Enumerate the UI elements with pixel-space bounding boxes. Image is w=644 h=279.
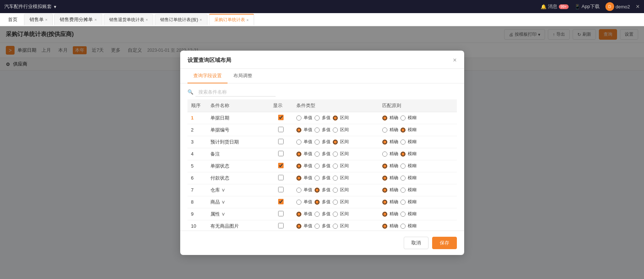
row-type: 单值多值区间 xyxy=(293,124,379,136)
type-radio-单值[interactable] xyxy=(296,164,301,169)
match-radio-模糊[interactable] xyxy=(400,212,406,217)
type-radio-多值[interactable] xyxy=(315,115,320,121)
type-radio-区间[interactable] xyxy=(333,140,338,145)
tab-close-icon[interactable]: × xyxy=(146,17,148,22)
th-display: 显示 xyxy=(269,99,293,112)
match-radio-精确[interactable] xyxy=(382,115,387,121)
modal-table: 顺序 条件名称 显示 条件类型 匹配原则 1单据日期单值多值区间精确模糊2单据编… xyxy=(180,99,464,231)
top-close-button[interactable]: × xyxy=(636,3,640,11)
type-radio-多值[interactable] xyxy=(315,176,320,181)
app-download[interactable]: 📱 App下载 xyxy=(574,3,600,10)
type-radio-单值[interactable] xyxy=(296,152,301,157)
type-radio-区间[interactable] xyxy=(333,164,338,169)
type-radio-多值[interactable] xyxy=(315,152,320,157)
type-radio-单值[interactable] xyxy=(296,200,301,205)
type-radio-单值[interactable] xyxy=(296,127,301,133)
match-radio-模糊[interactable] xyxy=(400,188,406,193)
type-radio-区间[interactable] xyxy=(333,224,338,229)
row-match: 精确模糊 xyxy=(379,196,457,208)
row-display xyxy=(269,208,293,220)
row-display xyxy=(269,112,293,124)
row-display xyxy=(269,148,293,160)
type-radio-单值[interactable] xyxy=(296,176,301,181)
type-radio-区间[interactable] xyxy=(333,127,338,133)
save-button[interactable]: 保存 xyxy=(432,237,457,249)
match-radio-精确[interactable] xyxy=(382,200,387,205)
type-radio-区间[interactable] xyxy=(333,152,338,157)
type-radio-单值[interactable] xyxy=(296,212,301,217)
tab-sales-fee[interactable]: 销售费用分摊单 × xyxy=(54,14,102,25)
tab-close-icon[interactable]: × xyxy=(45,17,47,22)
match-radio-模糊[interactable] xyxy=(400,200,406,205)
type-radio-单值[interactable] xyxy=(296,224,301,229)
search-input[interactable] xyxy=(195,88,276,97)
match-radio-模糊[interactable] xyxy=(400,176,406,181)
table-row: 1单据日期单值多值区间精确模糊 xyxy=(187,112,457,124)
row-type: 单值多值区间 xyxy=(293,196,379,208)
type-radio-区间[interactable] xyxy=(333,115,338,121)
row-match: 精确模糊 xyxy=(379,136,457,148)
type-radio-区间[interactable] xyxy=(333,200,338,205)
user-avatar[interactable]: D demo2 xyxy=(605,2,630,11)
top-bar: 汽车配件行业模拟账套 ▾ 🔔 消息 99+ 📱 App下载 D demo2 × xyxy=(0,0,644,13)
match-radio-模糊[interactable] xyxy=(400,127,406,133)
type-radio-单值[interactable] xyxy=(296,188,301,193)
tab-sales-return[interactable]: 销售退货单统计表 × xyxy=(104,14,153,25)
match-radio-模糊[interactable] xyxy=(400,164,406,169)
type-radio-多值[interactable] xyxy=(315,127,320,133)
type-radio-区间[interactable] xyxy=(333,188,338,193)
cancel-button[interactable]: 取消 xyxy=(404,237,428,249)
type-radio-多值[interactable] xyxy=(315,224,320,229)
tab-close-icon[interactable]: × xyxy=(246,18,249,22)
type-radio-区间[interactable] xyxy=(333,176,338,181)
row-name: 付款状态 xyxy=(207,172,269,184)
match-radio-精确[interactable] xyxy=(382,164,387,169)
notification-icon[interactable]: 🔔 消息 99+ xyxy=(541,3,569,10)
row-match: 精确模糊 xyxy=(379,208,457,220)
display-checkbox[interactable] xyxy=(278,139,284,144)
match-radio-模糊[interactable] xyxy=(400,115,406,121)
tab-purchase-stats[interactable]: 采购订单统计表 × xyxy=(209,14,254,25)
display-checkbox[interactable] xyxy=(278,187,284,192)
type-radio-多值[interactable] xyxy=(315,200,320,205)
match-radio-模糊[interactable] xyxy=(400,152,406,157)
display-checkbox[interactable] xyxy=(278,199,284,204)
type-radio-多值[interactable] xyxy=(315,212,320,217)
tab-close-icon[interactable]: × xyxy=(94,17,96,22)
tab-close-icon[interactable]: × xyxy=(199,17,202,22)
type-radio-区间[interactable] xyxy=(333,212,338,217)
tab-sales-order[interactable]: 销售单 × xyxy=(24,14,53,25)
match-radio-精确[interactable] xyxy=(382,212,387,217)
match-radio-模糊[interactable] xyxy=(400,140,406,145)
type-radio-多值[interactable] xyxy=(315,164,320,169)
match-radio-精确[interactable] xyxy=(382,152,387,157)
row-type: 单值多值区间 xyxy=(293,184,379,196)
row-display xyxy=(269,196,293,208)
row-name: 预计到货日期 xyxy=(207,136,269,148)
modal-overlay: 设置查询区域布局 × 查询字段设置 布局调整 🔍 xyxy=(0,26,644,279)
display-checkbox[interactable] xyxy=(278,115,284,120)
type-radio-单值[interactable] xyxy=(296,140,301,145)
match-radio-精确[interactable] xyxy=(382,127,387,133)
table-row: 7仓库 ∨单值多值区间精确模糊 xyxy=(187,184,457,196)
type-radio-多值[interactable] xyxy=(315,140,320,145)
tab-home[interactable]: 首页 xyxy=(3,14,23,25)
display-checkbox[interactable] xyxy=(278,151,284,156)
match-radio-精确[interactable] xyxy=(382,188,387,193)
row-match: 精确模糊 xyxy=(379,160,457,172)
type-radio-单值[interactable] xyxy=(296,115,301,121)
modal-tab-layout[interactable]: 布局调整 xyxy=(228,69,258,83)
match-radio-模糊[interactable] xyxy=(400,224,406,229)
display-checkbox[interactable] xyxy=(278,175,284,180)
tab-sales-stats[interactable]: 销售订单统计表(按) × xyxy=(155,14,207,25)
match-radio-精确[interactable] xyxy=(382,176,387,181)
match-radio-精确[interactable] xyxy=(382,140,387,145)
modal-tab-query-fields[interactable]: 查询字段设置 xyxy=(187,69,228,83)
match-radio-精确[interactable] xyxy=(382,224,387,229)
type-radio-多值[interactable] xyxy=(315,188,320,193)
display-checkbox[interactable] xyxy=(278,127,284,132)
display-checkbox[interactable] xyxy=(278,223,284,228)
display-checkbox[interactable] xyxy=(278,211,284,216)
display-checkbox[interactable] xyxy=(278,163,284,168)
modal-close-button[interactable]: × xyxy=(453,56,457,64)
